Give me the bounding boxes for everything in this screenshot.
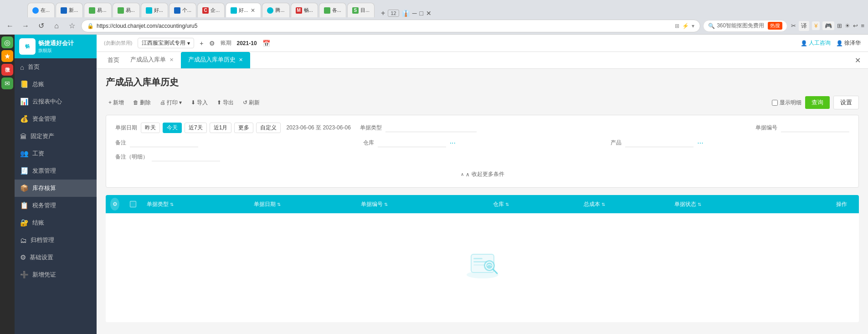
back-button[interactable]: ←: [4, 20, 16, 32]
refresh-button[interactable]: ↺ 刷新: [240, 97, 262, 108]
search-bar[interactable]: 🔍 360智能抠图免费用 热搜: [703, 20, 787, 32]
tab-2[interactable]: 新...: [56, 3, 83, 17]
tab-voucher-history[interactable]: 产成品入库单历史 ✕: [181, 52, 251, 68]
minimize-button[interactable]: ─: [412, 10, 417, 17]
note-filter-input[interactable]: [130, 139, 198, 147]
query-button[interactable]: 查询: [805, 96, 830, 109]
collapse-button[interactable]: ∧ 收起更多条件: [455, 169, 510, 180]
th-settings[interactable]: ⚙: [106, 198, 124, 211]
sidebar-item-funds[interactable]: 💰 资金管理: [15, 110, 97, 128]
date-btn-1month[interactable]: 近1月: [210, 123, 232, 133]
brightness-icon[interactable]: ☀: [845, 22, 850, 29]
delete-button[interactable]: 🗑 删除: [130, 97, 154, 108]
import-icon: ⬇: [191, 99, 195, 106]
sidebar-item-close[interactable]: 🔐 结账: [15, 214, 97, 231]
app-icon-weibo[interactable]: 微: [1, 64, 13, 76]
tab-7[interactable]: C 企...: [197, 3, 225, 17]
print-button[interactable]: 🖨 打印 ▾: [157, 97, 185, 108]
tab-8[interactable]: 好... ✕: [226, 3, 261, 17]
show-cols-checkbox[interactable]: [772, 100, 778, 106]
yuan-icon[interactable]: ¥: [812, 21, 820, 30]
maximize-button[interactable]: □: [420, 10, 423, 17]
type-filter-select[interactable]: [385, 123, 477, 132]
chevron-down-icon[interactable]: ▾: [692, 23, 694, 29]
product-picker-button[interactable]: ···: [697, 139, 703, 147]
bookmark-button[interactable]: ☆: [66, 20, 78, 32]
warehouse-filter-input[interactable]: [378, 139, 446, 147]
date-btn-yesterday[interactable]: 昨天: [141, 123, 160, 133]
tab-9[interactable]: 腾...: [262, 3, 289, 17]
tab-voucher-list[interactable]: 产成品入库单 ✕: [123, 52, 181, 68]
new-tab-button[interactable]: +: [381, 9, 385, 17]
tab-voucher-history-close[interactable]: ✕: [239, 57, 243, 62]
tab-6[interactable]: 个...: [169, 3, 196, 17]
translate-icon[interactable]: 译: [799, 21, 809, 31]
sidebar-item-home[interactable]: ⌂ 首页: [15, 58, 97, 76]
tab-voucher-list-close[interactable]: ✕: [169, 57, 174, 62]
select-all-checkbox[interactable]: [130, 201, 136, 207]
scissors-icon[interactable]: ✂: [791, 22, 796, 29]
settings-button[interactable]: 设置: [833, 96, 859, 109]
date-btn-today[interactable]: 今天: [163, 123, 182, 133]
window-customize-icon[interactable]: 👔: [402, 10, 410, 17]
th-cost[interactable]: 总成本 ⇅: [579, 200, 670, 208]
refresh-browser-button[interactable]: ↺: [35, 20, 47, 32]
home-browser-button[interactable]: ⌂: [50, 20, 63, 32]
sidebar-item-new-voucher[interactable]: ➕ 新增凭证: [15, 266, 97, 283]
grid-browser-icon[interactable]: ⊞: [837, 22, 842, 29]
add-button[interactable]: + 新增: [106, 97, 127, 108]
date-btn-more[interactable]: 更多: [234, 123, 253, 133]
account-settings-button[interactable]: ⚙: [209, 40, 215, 47]
th-type[interactable]: 单据类型 ⇅: [142, 200, 249, 208]
more-icon[interactable]: ≡: [861, 22, 864, 29]
number-filter-input[interactable]: [781, 123, 849, 132]
forward-button[interactable]: →: [19, 20, 32, 32]
game-icon[interactable]: 🎮: [822, 21, 834, 30]
page-close-button[interactable]: ✕: [855, 56, 861, 65]
th-status[interactable]: 单据状态 ⇅: [670, 200, 777, 208]
sidebar-item-settings[interactable]: ⚙ 基础设置: [15, 249, 97, 266]
sidebar-item-reports[interactable]: 📊 云报表中心: [15, 93, 97, 110]
undo-icon[interactable]: ↩: [853, 22, 858, 29]
date-btn-7days[interactable]: 近7天: [185, 123, 207, 133]
th-warehouse[interactable]: 仓库 ⇅: [488, 200, 579, 208]
tab-3[interactable]: 易...: [84, 3, 111, 17]
sidebar-item-archive[interactable]: 🗂 归档管理: [15, 231, 97, 249]
sidebar-item-tax[interactable]: 📋 税务管理: [15, 197, 97, 214]
app-icon-star[interactable]: ★: [1, 50, 13, 62]
th-number[interactable]: 单据编号 ⇅: [356, 200, 488, 208]
date-btn-custom[interactable]: 自定义: [256, 123, 281, 133]
breadcrumb-home[interactable]: 首页: [104, 52, 123, 68]
user-profile[interactable]: 👤 徐泽华: [836, 39, 861, 47]
tab-count-badge[interactable]: 12: [388, 10, 399, 17]
app-icon-360[interactable]: ◎: [1, 36, 13, 48]
table-settings-icon[interactable]: ⚙: [110, 198, 119, 211]
add-account-button[interactable]: +: [200, 40, 203, 47]
export-button[interactable]: ⬆ 导出: [214, 97, 236, 108]
sidebar-item-payroll[interactable]: 👥 工资: [15, 145, 97, 162]
tab-10[interactable]: M 畅...: [291, 3, 318, 17]
tab-close-8[interactable]: ✕: [250, 7, 256, 14]
tab-4[interactable]: 易...: [113, 3, 140, 17]
tab-5[interactable]: 好...: [141, 3, 168, 17]
show-cols-toggle[interactable]: 显示明细: [772, 99, 801, 107]
import-button[interactable]: ⬇ 导入: [188, 97, 211, 108]
note-detail-filter-input[interactable]: [152, 153, 220, 161]
account-selector[interactable]: 江西服宝测试专用 ▾: [138, 38, 194, 48]
product-filter-input[interactable]: [625, 139, 693, 147]
sidebar-item-assets[interactable]: 🏛 固定资产: [15, 128, 97, 145]
th-check[interactable]: [124, 201, 142, 207]
app-icon-mail[interactable]: ✉: [1, 77, 13, 89]
th-date[interactable]: 单据日期 ⇅: [249, 200, 356, 208]
warehouse-picker-button[interactable]: ···: [450, 139, 456, 147]
service-button[interactable]: 👤 人工咨询: [801, 39, 831, 47]
sidebar-item-inventory[interactable]: 📦 库存核算: [15, 180, 97, 197]
tab-12[interactable]: S 目...: [347, 3, 375, 17]
sidebar-item-invoice[interactable]: 🧾 发票管理: [15, 162, 97, 180]
sidebar-item-ledger[interactable]: 📒 总账: [15, 76, 97, 93]
url-box[interactable]: 🔒 https://cloud.chanjet.com/accounting/u…: [81, 20, 700, 32]
close-button[interactable]: ✕: [426, 10, 431, 17]
calendar-icon[interactable]: 📅: [262, 40, 270, 47]
tab-11[interactable]: 各...: [319, 3, 346, 17]
tab-1[interactable]: 在...: [27, 3, 55, 17]
